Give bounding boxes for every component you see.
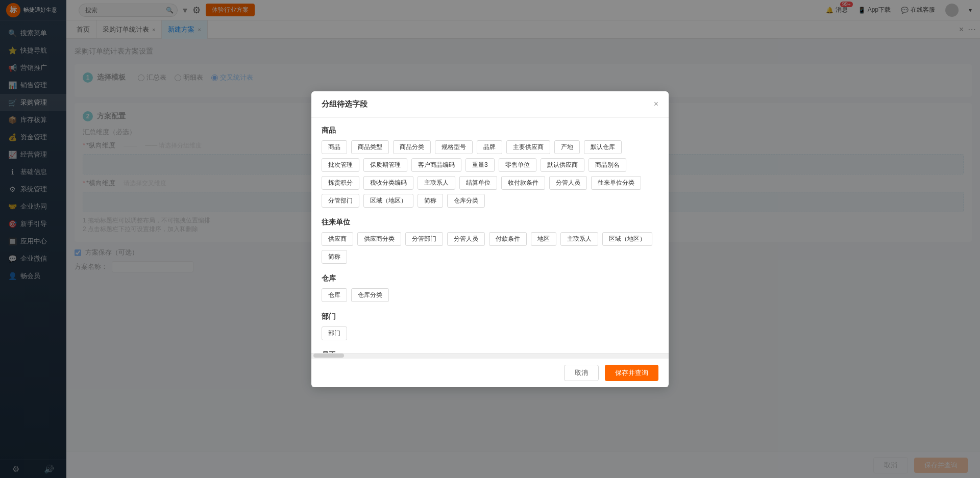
modal-footer: 取消 保存并查询 <box>311 358 669 387</box>
field-tag-1-4[interactable]: 付款条件 <box>489 232 527 246</box>
field-tag-1-1[interactable]: 供应商分类 <box>357 232 401 246</box>
field-tag-0-13[interactable]: 默认供应商 <box>541 158 584 172</box>
field-group-0: 商品商品商品类型商品分类规格型号品牌主要供应商产地默认仓库批次管理保质期管理客户… <box>322 126 658 208</box>
field-group-title-2: 仓库 <box>322 274 658 283</box>
field-tag-0-9[interactable]: 保质期管理 <box>363 158 407 172</box>
field-tag-0-0[interactable]: 商品 <box>322 140 347 154</box>
field-tag-3-0[interactable]: 部门 <box>322 326 347 340</box>
field-tag-0-5[interactable]: 主要供应商 <box>506 140 550 154</box>
field-tags-3: 部门 <box>322 326 658 340</box>
field-group-2: 仓库仓库仓库分类 <box>322 274 658 302</box>
field-tag-0-23[interactable]: 区域（地区） <box>363 194 413 208</box>
field-tag-0-7[interactable]: 默认仓库 <box>584 140 622 154</box>
modal-close-btn[interactable]: × <box>654 99 658 109</box>
modal-confirm-btn[interactable]: 保存并查询 <box>605 365 658 381</box>
field-group-title-3: 部门 <box>322 312 658 321</box>
field-tags-1: 供应商供应商分类分管部门分管人员付款条件地区主联系人区域（地区）简称 <box>322 232 658 264</box>
modal-hscroll-thumb[interactable] <box>313 354 344 358</box>
modal-body: 商品商品商品类型商品分类规格型号品牌主要供应商产地默认仓库批次管理保质期管理客户… <box>311 118 669 354</box>
field-tag-0-25[interactable]: 仓库分类 <box>447 194 485 208</box>
field-tag-2-1[interactable]: 仓库分类 <box>351 288 389 302</box>
modal-header: 分组待选字段 × <box>311 91 669 118</box>
field-tag-1-3[interactable]: 分管人员 <box>447 232 485 246</box>
modal-title: 分组待选字段 <box>322 99 368 109</box>
field-group-1: 往来单位供应商供应商分类分管部门分管人员付款条件地区主联系人区域（地区）简称 <box>322 218 658 264</box>
field-tag-0-24[interactable]: 简称 <box>418 194 443 208</box>
field-tag-0-3[interactable]: 规格型号 <box>435 140 473 154</box>
field-tag-0-8[interactable]: 批次管理 <box>322 158 359 172</box>
field-group-title-0: 商品 <box>322 126 658 135</box>
field-tag-0-17[interactable]: 主联系人 <box>418 176 455 190</box>
field-tag-0-22[interactable]: 分管部门 <box>322 194 359 208</box>
field-tag-0-6[interactable]: 产地 <box>554 140 580 154</box>
field-tag-1-5[interactable]: 地区 <box>531 232 556 246</box>
modal-cancel-btn[interactable]: 取消 <box>564 365 599 381</box>
field-tag-0-1[interactable]: 商品类型 <box>351 140 389 154</box>
field-tag-0-16[interactable]: 税收分类编码 <box>363 176 413 190</box>
field-tag-2-0[interactable]: 仓库 <box>322 288 347 302</box>
field-tag-0-12[interactable]: 零售单位 <box>499 158 536 172</box>
field-tag-0-4[interactable]: 品牌 <box>477 140 502 154</box>
field-tag-0-15[interactable]: 拣货积分 <box>322 176 359 190</box>
field-select-modal: 分组待选字段 × 商品商品商品类型商品分类规格型号品牌主要供应商产地默认仓库批次… <box>311 91 669 387</box>
field-tag-0-18[interactable]: 结算单位 <box>459 176 497 190</box>
field-tags-2: 仓库仓库分类 <box>322 288 658 302</box>
field-tag-1-6[interactable]: 主联系人 <box>560 232 598 246</box>
field-tag-1-2[interactable]: 分管部门 <box>405 232 443 246</box>
field-tags-0: 商品商品类型商品分类规格型号品牌主要供应商产地默认仓库批次管理保质期管理客户商品… <box>322 140 658 208</box>
field-tag-0-21[interactable]: 往来单位分类 <box>591 176 641 190</box>
modal-hscrollbar[interactable] <box>311 353 669 358</box>
field-tag-0-19[interactable]: 收付款条件 <box>501 176 545 190</box>
field-tag-0-14[interactable]: 商品别名 <box>589 158 626 172</box>
field-tag-0-10[interactable]: 客户商品编码 <box>411 158 461 172</box>
field-group-3: 部门部门 <box>322 312 658 340</box>
field-tag-0-11[interactable]: 重量3 <box>465 158 495 172</box>
field-group-title-1: 往来单位 <box>322 218 658 227</box>
field-tag-1-8[interactable]: 简称 <box>322 250 347 264</box>
field-tag-0-20[interactable]: 分管人员 <box>549 176 587 190</box>
field-tag-1-7[interactable]: 区域（地区） <box>602 232 652 246</box>
modal-overlay: 分组待选字段 × 商品商品商品类型商品分类规格型号品牌主要供应商产地默认仓库批次… <box>0 0 980 478</box>
field-tag-0-2[interactable]: 商品分类 <box>393 140 431 154</box>
field-tag-1-0[interactable]: 供应商 <box>322 232 353 246</box>
